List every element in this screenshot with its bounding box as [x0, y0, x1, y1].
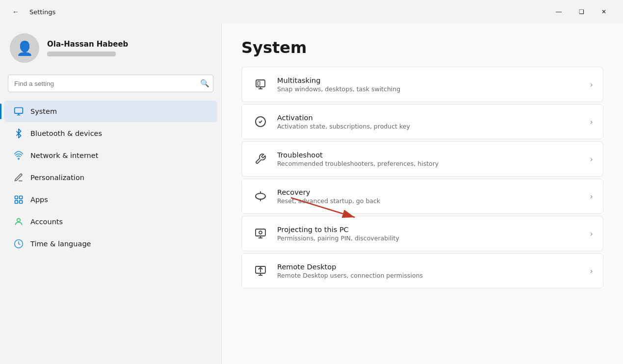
sidebar-item-apps[interactable]: Apps: [4, 189, 217, 210]
settings-title-projecting: Projecting to this PC: [277, 226, 584, 234]
search-box: 🔍: [8, 75, 213, 92]
content-area: System Multitasking Snap windows, deskto…: [222, 24, 623, 364]
troubleshoot-icon: [252, 150, 269, 168]
user-name: Ola-Hassan Habeeb: [47, 40, 128, 49]
sidebar-item-system[interactable]: System: [4, 101, 217, 122]
settings-desc-activation: Activation state, subscriptions, product…: [277, 123, 584, 130]
multitasking-icon: [252, 76, 269, 93]
page-title: System: [241, 38, 603, 57]
title-bar-controls: — ❑ ✕: [547, 4, 615, 20]
settings-list: Multitasking Snap windows, desktops, tas…: [241, 67, 603, 288]
apps-icon: [14, 195, 24, 205]
settings-title-troubleshoot: Troubleshoot: [277, 151, 584, 159]
user-icon: 👤: [16, 40, 33, 56]
personalization-icon: [14, 173, 24, 182]
sidebar-label-accounts: Accounts: [30, 218, 63, 226]
sidebar-label-bluetooth: Bluetooth & devices: [30, 130, 102, 137]
app-title: Settings: [29, 8, 55, 16]
settings-item-multitasking[interactable]: Multitasking Snap windows, desktops, tas…: [241, 67, 603, 102]
main-container: 👤 Ola-Hassan Habeeb 🔍 System Bluetooth &…: [0, 24, 623, 364]
sidebar-label-apps: Apps: [30, 196, 48, 204]
settings-item-projecting[interactable]: Projecting to this PC Permissions, pairi…: [241, 216, 603, 251]
user-bar-placeholder: [47, 52, 116, 56]
close-button[interactable]: ✕: [593, 4, 615, 20]
settings-text-projecting: Projecting to this PC Permissions, pairi…: [277, 226, 584, 242]
sidebar: 👤 Ola-Hassan Habeeb 🔍 System Bluetooth &…: [0, 24, 222, 364]
chevron-icon-remote-desktop: ›: [590, 266, 593, 276]
svg-rect-9: [258, 81, 260, 85]
svg-rect-2: [15, 196, 18, 199]
settings-desc-projecting: Permissions, pairing PIN, discoverabilit…: [277, 234, 584, 242]
user-profile[interactable]: 👤 Ola-Hassan Habeeb: [0, 24, 221, 71]
avatar: 👤: [10, 33, 39, 63]
settings-title-remote-desktop: Remote Desktop: [277, 263, 584, 271]
nav-list: System Bluetooth & devices Network & int…: [0, 98, 221, 364]
back-button[interactable]: ←: [8, 4, 24, 20]
svg-rect-4: [15, 201, 18, 204]
settings-item-remote-desktop[interactable]: Remote Desktop Remote Desktop users, con…: [241, 253, 603, 288]
settings-title-activation: Activation: [277, 114, 584, 122]
network-icon: [14, 151, 24, 160]
recovery-icon: [252, 187, 269, 205]
settings-text-multitasking: Multitasking Snap windows, desktops, tas…: [277, 77, 584, 93]
svg-rect-3: [20, 196, 23, 199]
svg-rect-14: [256, 229, 265, 236]
settings-text-activation: Activation Activation state, subscriptio…: [277, 114, 584, 130]
projecting-icon: [252, 225, 269, 242]
sidebar-label-time: Time & language: [30, 240, 91, 248]
svg-rect-5: [20, 201, 23, 204]
remote-desktop-icon: [252, 262, 269, 280]
settings-title-multitasking: Multitasking: [277, 77, 584, 84]
chevron-icon-recovery: ›: [590, 192, 593, 201]
user-info: Ola-Hassan Habeeb: [47, 40, 128, 56]
settings-desc-remote-desktop: Remote Desktop users, connection permiss…: [277, 272, 584, 279]
accounts-icon: [14, 217, 24, 227]
settings-item-troubleshoot[interactable]: Troubleshoot Recommended troubleshooters…: [241, 141, 603, 177]
sidebar-item-network[interactable]: Network & internet: [4, 145, 217, 166]
system-icon: [14, 106, 24, 116]
sidebar-item-time[interactable]: Time & language: [4, 233, 217, 255]
settings-desc-recovery: Reset, advanced startup, go back: [277, 197, 584, 205]
sidebar-label-network: Network & internet: [30, 152, 98, 159]
svg-point-1: [18, 158, 20, 159]
minimize-button[interactable]: —: [547, 4, 570, 20]
sidebar-item-personalization[interactable]: Personalization: [4, 167, 217, 188]
svg-rect-0: [15, 108, 23, 114]
sidebar-label-system: System: [30, 107, 57, 115]
svg-point-6: [17, 218, 21, 222]
settings-text-remote-desktop: Remote Desktop Remote Desktop users, con…: [277, 263, 584, 279]
title-bar-left: ← Settings: [8, 4, 55, 20]
search-input[interactable]: [8, 75, 213, 92]
settings-title-recovery: Recovery: [277, 188, 584, 196]
settings-desc-troubleshoot: Recommended troubleshooters, preferences…: [277, 160, 584, 167]
sidebar-label-personalization: Personalization: [30, 174, 84, 182]
settings-text-recovery: Recovery Reset, advanced startup, go bac…: [277, 188, 584, 205]
svg-point-15: [259, 231, 262, 234]
chevron-icon-activation: ›: [590, 117, 593, 127]
activation-icon: [252, 113, 269, 130]
settings-item-activation[interactable]: Activation Activation state, subscriptio…: [241, 104, 603, 139]
title-bar: ← Settings — ❑ ✕: [0, 0, 623, 24]
settings-desc-multitasking: Snap windows, desktops, task switching: [277, 85, 584, 93]
bluetooth-icon: [14, 129, 24, 138]
time-icon: [14, 239, 24, 249]
chevron-icon-multitasking: ›: [590, 80, 593, 89]
sidebar-item-accounts[interactable]: Accounts: [4, 211, 217, 233]
chevron-icon-troubleshoot: ›: [590, 155, 593, 164]
sidebar-item-bluetooth[interactable]: Bluetooth & devices: [4, 123, 217, 144]
settings-item-recovery[interactable]: Recovery Reset, advanced startup, go bac…: [241, 179, 603, 214]
maximize-button[interactable]: ❑: [570, 4, 593, 20]
settings-text-troubleshoot: Troubleshoot Recommended troubleshooters…: [277, 151, 584, 167]
chevron-icon-projecting: ›: [590, 229, 593, 238]
search-button[interactable]: 🔍: [200, 79, 209, 88]
